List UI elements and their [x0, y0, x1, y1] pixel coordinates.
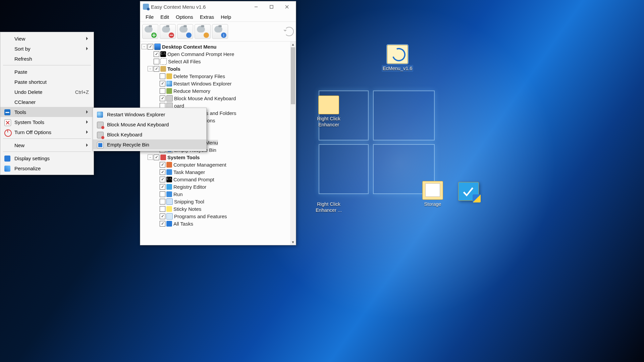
minimize-button[interactable] [248, 2, 264, 11]
menu-item-turn-off-options[interactable]: Turn Off Options [0, 127, 94, 137]
titlebar[interactable]: Easy Context Menu v1.6 [140, 1, 296, 12]
ic-reg-icon [166, 184, 172, 190]
desktop-icon-thumb [387, 45, 408, 64]
twisty-icon[interactable]: − [148, 66, 153, 71]
tree-node[interactable]: Restart Windows Explorer [142, 80, 289, 87]
tree-node[interactable]: Reduce Memory [142, 87, 289, 95]
ic-tools-icon [160, 66, 166, 72]
tree-label: Snipping Tool [174, 199, 204, 204]
menu-item-restart-windows-explorer[interactable]: Restart Windows Explorer [93, 109, 206, 119]
toolbar-add-button[interactable] [142, 24, 158, 39]
desktop-icon-caption: Storage [424, 201, 441, 207]
tree-node[interactable]: Select All Files [142, 58, 289, 65]
scroll-down-arrow[interactable]: ▼ [290, 239, 296, 245]
menu-extras[interactable]: Extras [197, 13, 218, 21]
menu-item-block-keyboard[interactable]: Block Keyboard [93, 129, 206, 139]
tree-node[interactable]: −System Tools [142, 154, 289, 161]
menu-item-ccleaner[interactable]: CCleaner [0, 97, 94, 107]
tree-node[interactable]: Open Command Prompt Here [142, 50, 289, 58]
tree-label: Run [173, 191, 183, 197]
twisty-icon[interactable]: − [142, 44, 147, 49]
tree-node[interactable]: Delete Temporary Files [142, 72, 289, 80]
menu-item-personalize[interactable]: Personalize [0, 163, 94, 173]
tree-node[interactable]: Command Prompt [142, 176, 289, 183]
checkbox[interactable] [160, 199, 165, 204]
tree-node[interactable]: Run [142, 190, 289, 198]
checkbox[interactable] [154, 155, 159, 160]
tree-node[interactable]: Computer Management [142, 161, 289, 168]
tree-node[interactable]: Registry Editor [142, 183, 289, 190]
maximize-button[interactable] [264, 2, 279, 11]
checkbox[interactable] [160, 169, 165, 175]
menu-item-paste[interactable]: Paste [0, 67, 94, 77]
checkbox[interactable] [160, 162, 165, 168]
menu-file[interactable]: File [142, 13, 157, 21]
tree-node[interactable]: All Tasks [142, 220, 289, 227]
desktop-icon-storage[interactable]: Storage [416, 181, 449, 207]
checkbox[interactable] [160, 88, 165, 94]
menu-item-label: Refresh [14, 56, 89, 62]
desktop[interactable]: EcMenu_v1.6Right Click EnhancerRight Cli… [0, 0, 644, 362]
menu-item-refresh[interactable]: Refresh [0, 54, 94, 64]
checkbox[interactable] [160, 184, 165, 190]
menu-item-block-mouse-and-keyboard[interactable]: Block Mouse And Keyboard [93, 119, 206, 129]
checkbox[interactable] [160, 73, 165, 79]
ic-brush-icon [166, 73, 172, 79]
checkbox[interactable] [160, 221, 165, 227]
menu-item-paste-shortcut[interactable]: Paste shortcut [0, 77, 94, 87]
menu-edit[interactable]: Edit [157, 13, 172, 21]
menubar: FileEditOptionsExtrasHelp [140, 12, 296, 22]
checkbox[interactable] [160, 177, 165, 182]
checkbox[interactable] [160, 81, 165, 86]
menu-item-sort-by[interactable]: Sort by [0, 44, 94, 54]
checkbox[interactable] [160, 96, 165, 101]
checkbox[interactable] [154, 66, 159, 72]
scroll-up-arrow[interactable]: ▲ [290, 42, 296, 47]
twisty-icon[interactable]: − [148, 155, 153, 160]
desktop-icon-ecmenu[interactable]: EcMenu_v1.6 [381, 45, 414, 72]
menu-item-tools[interactable]: Tools [0, 107, 94, 117]
checkbox[interactable] [154, 51, 159, 57]
tree-label: Tools [167, 66, 180, 72]
checkbox[interactable] [160, 206, 165, 212]
toolbar-clean-button[interactable] [195, 24, 211, 39]
kb-icon [97, 132, 104, 138]
scroll-thumb[interactable] [291, 47, 295, 104]
tree-node[interactable]: Task Manager [142, 168, 289, 176]
checkbox[interactable] [160, 191, 165, 197]
desktop-context-menu: ViewSort byRefreshPastePaste shortcutUnd… [0, 32, 94, 175]
tree-node[interactable]: Programs and Features [142, 213, 289, 220]
menu-item-label: Empty Recycle Bin [107, 142, 202, 147]
toolbar-settings-button[interactable] [177, 24, 193, 39]
menu-help[interactable]: Help [217, 13, 234, 21]
close-button[interactable] [279, 2, 294, 11]
desktop-icon-rce2[interactable]: Right Click Enhancer ... [312, 181, 345, 213]
toolbar-remove-button[interactable] [160, 24, 176, 39]
menu-options[interactable]: Options [172, 13, 197, 21]
checkbox[interactable] [148, 44, 153, 50]
menu-item-label: Undo Delete [14, 89, 75, 95]
tree-node[interactable]: Block Mouse And Keyboard [142, 95, 289, 102]
desktop-icon-rce[interactable]: Right Click Enhancer [312, 96, 345, 128]
tree-node[interactable]: Snipping Tool [142, 198, 289, 205]
menu-item-undo-delete[interactable]: Undo DeleteCtrl+Z [0, 87, 94, 97]
menu-item-empty-recycle-bin[interactable]: Empty Recycle Bin [93, 139, 206, 149]
clean-badge-icon [204, 33, 209, 38]
tree-label: All Tasks [173, 221, 193, 227]
checkbox[interactable] [160, 214, 165, 219]
tree-node[interactable]: −Tools [142, 65, 289, 72]
tree-node[interactable]: Sticky Notes [142, 205, 289, 213]
separator [3, 152, 91, 152]
menu-item-new[interactable]: New [0, 140, 94, 150]
ic-task-icon [166, 169, 172, 175]
checkbox[interactable] [154, 59, 159, 64]
menu-item-display-settings[interactable]: Display settings [0, 153, 94, 163]
tree-label: Sticky Notes [173, 206, 201, 212]
ic-monitor-icon [154, 44, 161, 50]
menu-item-view[interactable]: View [0, 34, 94, 44]
refresh-button[interactable] [284, 27, 294, 36]
toolbar-about-button[interactable]: i [212, 24, 228, 39]
vertical-scrollbar[interactable]: ▲ ▼ [290, 42, 296, 245]
tree-node[interactable]: −Desktop Context Menu [142, 43, 289, 50]
menu-item-system-tools[interactable]: System Tools [0, 117, 94, 127]
